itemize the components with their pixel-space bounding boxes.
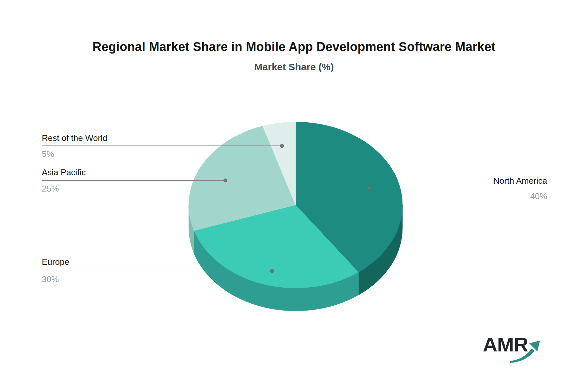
callout-percent-rest-of-the-world: 5% <box>42 149 54 159</box>
amr-logo: AMR <box>483 334 558 370</box>
leader-dot-rest-of-the-world <box>280 144 284 148</box>
callout-percent-north-america: 40% <box>530 191 547 201</box>
callout-label-europe: Europe <box>42 257 69 267</box>
callout-percent-asia-pacific: 25% <box>42 184 59 194</box>
leader-dot-north-america <box>368 186 371 190</box>
chart-canvas: Regional Market Share in Mobile App Deve… <box>0 0 588 391</box>
callout-percent-europe: 30% <box>42 274 59 284</box>
callout-label-asia-pacific: Asia Pacific <box>42 167 86 177</box>
callout-label-rest-of-the-world: Rest of the World <box>42 133 107 143</box>
leader-dot-asia-pacific <box>224 179 227 182</box>
growth-arrow-icon <box>509 339 545 364</box>
callout-label-north-america: North America <box>493 176 547 186</box>
pie-chart <box>0 0 588 391</box>
leader-dot-europe <box>270 269 274 273</box>
